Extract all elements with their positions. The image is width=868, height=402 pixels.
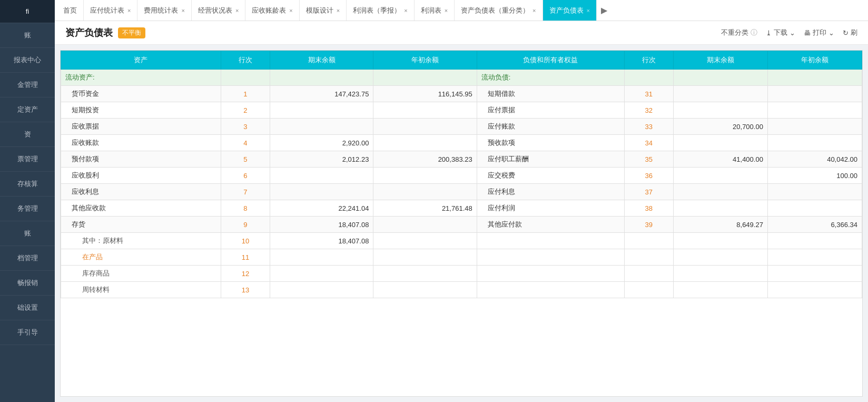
table-row: 应收票据 3 应付账款 33 20,700.00 [61,119,862,135]
download-chevron-icon: ⌄ [790,29,795,37]
page-header: 资产负债表 不平衡 不重分类 ⓘ ⤓ 下载 ⌄ 🖶 打印 ⌄ ↻ 刷 [55,21,868,45]
download-icon: ⤓ [766,29,772,37]
cell-notes-receivable[interactable]: 应收票据 [61,119,221,135]
cell-accounts-receivable[interactable]: 应收账款 [61,135,221,151]
table-row: 库存商品 12 [61,266,862,282]
tab-balance-sheet[interactable]: 资产负债表 × [543,0,597,21]
close-tab-receivable-aging[interactable]: × [289,7,292,14]
print-icon: 🖶 [804,29,811,37]
col-header-seq2: 行次 [624,51,673,70]
cell-accounts-payable[interactable]: 应付账款 [477,119,624,135]
col-header-seq1: 行次 [221,51,270,70]
tab-payable-stats[interactable]: 应付统计表 × [84,0,137,21]
sidebar-item-fixed-assets[interactable]: 定资产 [0,97,55,122]
tab-balance-reclassified[interactable]: 资产负债表（重分类） × [455,0,542,21]
tab-business-status[interactable]: 经营状况表 × [192,0,245,21]
badge-unbalanced: 不平衡 [118,27,145,38]
table-row: 应收账款 4 2,920.00 预收款项 34 [61,135,862,151]
table-row: 其中：原材料 10 18,407.08 [61,233,862,249]
close-tab-profit-quarterly[interactable]: × [404,7,407,14]
col-header-assets: 资产 [61,51,221,70]
sidebar-item-tax-mgmt[interactable]: 务管理 [0,197,55,221]
cell-profit-payable[interactable]: 应付利润 [477,200,624,217]
print-button[interactable]: 🖶 打印 ⌄ [804,28,834,37]
sidebar-item-archive[interactable]: 档管理 [0,246,55,271]
table-row-category-current: 流动资产: 流动负债: [61,70,862,86]
table-row: 应收股利 6 应交税费 36 100.00 [61,168,862,184]
col-header-end-balance1: 期末余额 [270,51,373,70]
tab-template-design[interactable]: 模版设计 × [300,0,347,21]
sidebar-item-expense[interactable]: 畅报销 [0,271,55,296]
main-area: 首页 应付统计表 × 费用统计表 × 经营状况表 × 应收账龄表 × 模版设计 … [55,0,868,402]
page-title-area: 资产负债表 不平衡 [65,26,145,39]
cell-other-payables[interactable]: 其他应付款 [477,217,624,233]
sidebar-item-finance-mgmt[interactable]: 金管理 [0,73,55,97]
print-chevron-icon: ⌄ [828,29,834,37]
tab-receivable-aging[interactable]: 应收账龄表 × [245,0,299,21]
sidebar: fi 账 报表中心 金管理 定资产 资 票管理 存核算 务管理 账 档管理 畅报… [0,0,55,402]
table-row: 存货 9 18,407.08 其他应付款 39 8,649.27 6,366.3… [61,217,862,233]
sidebar-item-fi[interactable]: fi [0,0,55,23]
cell-finished-goods[interactable]: 库存商品 [61,266,221,282]
close-tab-expense-stats[interactable]: × [181,7,184,14]
sidebar-item-ledger[interactable]: 账 [0,221,55,246]
download-button[interactable]: ⤓ 下载 ⌄ [766,28,795,37]
table-row: 预付款项 5 2,012.23 200,383.23 应付职工薪酬 35 41,… [61,151,862,168]
cell-interest-receivable[interactable]: 应收利息 [61,184,221,200]
close-tab-template-design[interactable]: × [337,7,340,14]
cell-notes-payable[interactable]: 应付票据 [477,102,624,119]
col-header-liabilities: 负债和所有者权益 [477,51,624,70]
refresh-button[interactable]: ↻ 刷 [843,28,857,37]
tab-profit-quarterly[interactable]: 利润表（季报） × [347,0,414,21]
sidebar-item-report-center[interactable]: 报表中心 [0,48,55,73]
sidebar-item-ticket-mgmt[interactable]: 票管理 [0,147,55,172]
header-actions: 不重分类 ⓘ ⤓ 下载 ⌄ 🖶 打印 ⌄ ↻ 刷 [721,28,857,37]
cell-payroll-payable[interactable]: 应付职工薪酬 [477,151,624,168]
close-tab-payable-stats[interactable]: × [127,7,131,14]
close-tab-balance-sheet[interactable]: × [587,7,590,14]
sidebar-item-settings[interactable]: 础设置 [0,296,55,320]
table-row: 货币资金 1 147,423.75 116,145.95 短期借款 31 [61,86,862,102]
tab-bar: 首页 应付统计表 × 费用统计表 × 经营状况表 × 应收账龄表 × 模版设计 … [55,0,868,21]
cell-raw-materials[interactable]: 其中：原材料 [61,233,221,249]
cell-prepaid[interactable]: 预付款项 [61,151,221,168]
cell-current-liabilities-label: 流动负债: [477,70,624,86]
close-tab-profit[interactable]: × [445,7,448,14]
cell-tax-payable[interactable]: 应交税费 [477,168,624,184]
refresh-icon: ↻ [843,29,849,37]
tab-more-button[interactable]: ▶ [597,5,611,15]
tab-profit[interactable]: 利润表 × [415,0,455,21]
table-row: 在产品 11 [61,249,862,266]
cell-inventory[interactable]: 存货 [61,217,221,233]
col-header-begin-balance2: 年初余额 [767,51,862,70]
col-header-begin-balance1: 年初余额 [373,51,477,70]
col-header-end-balance2: 期末余额 [673,51,767,70]
sidebar-item-inventory[interactable]: 存核算 [0,172,55,197]
cell-cash[interactable]: 货币资金 [61,86,221,102]
cell-current-assets-label: 流动资产: [61,70,221,86]
sidebar-item-investment[interactable]: 资 [0,122,55,147]
no-reclassify-label: 不重分类 [721,28,748,37]
tab-expense-stats[interactable]: 费用统计表 × [137,0,191,21]
cell-turnover-materials[interactable]: 周转材料 [61,282,221,298]
sidebar-item-accounts[interactable]: 账 [0,23,55,48]
page-title: 资产负债表 [65,26,113,39]
close-tab-balance-reclassified[interactable]: × [532,7,536,14]
table-row: 其他应收款 8 22,241.04 21,761.48 应付利润 38 [61,200,862,217]
table-row: 周转材料 13 [61,282,862,298]
cell-other-receivables[interactable]: 其他应收款 [61,200,221,217]
no-reclassify-option[interactable]: 不重分类 ⓘ [721,28,757,37]
close-tab-business-status[interactable]: × [235,7,239,14]
sidebar-item-guide[interactable]: 手引导 [0,320,55,345]
cell-wip[interactable]: 在产品 [61,249,221,266]
cell-interest-payable[interactable]: 应付利息 [477,184,624,200]
cell-short-term-loan[interactable]: 短期借款 [477,86,624,102]
table-header-row: 资产 行次 期末余额 年初余额 负债和所有者权益 行次 期末余额 年初余额 [61,51,862,70]
tab-home[interactable]: 首页 [57,0,84,21]
cell-short-invest[interactable]: 短期投资 [61,102,221,119]
cell-advance-receipts[interactable]: 预收款项 [477,135,624,151]
table-row: 短期投资 2 应付票据 32 [61,102,862,119]
help-icon: ⓘ [751,28,757,37]
cell-dividend-receivable[interactable]: 应收股利 [61,168,221,184]
balance-sheet-table-container: 资产 行次 期末余额 年初余额 负债和所有者权益 行次 期末余额 年初余额 流动… [60,50,863,397]
